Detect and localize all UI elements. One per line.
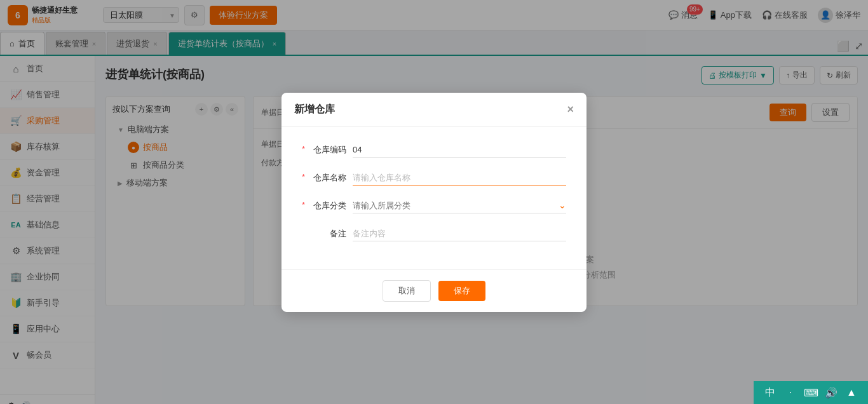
category-dropdown-icon[interactable]: ⌄	[559, 200, 566, 210]
form-row-category: 仓库分类 ⌄	[302, 198, 566, 213]
bottom-bar: 中 · ⌨ 🔊 ▲	[754, 381, 868, 404]
form-label-name: 仓库名称	[302, 172, 353, 184]
modal-overlay: 新增仓库 × 仓库编码 仓库名称 仓库分类 ⌄	[0, 0, 868, 404]
warehouse-note-input[interactable]	[353, 226, 566, 241]
modal-footer: 取消 保存	[281, 269, 587, 312]
add-warehouse-modal: 新增仓库 × 仓库编码 仓库名称 仓库分类 ⌄	[281, 93, 587, 312]
modal-header: 新增仓库 ×	[281, 93, 587, 127]
modal-close-button[interactable]: ×	[567, 104, 574, 115]
bottom-icon-speaker[interactable]: 🔊	[822, 384, 840, 401]
bottom-icon-zh[interactable]: 中	[761, 384, 779, 401]
warehouse-code-input[interactable]	[353, 142, 566, 158]
form-row-code: 仓库编码	[302, 142, 566, 158]
form-label-note: 备注	[302, 228, 353, 239]
bottom-icon-up[interactable]: ▲	[843, 384, 860, 401]
bottom-icon-keyboard[interactable]: ⌨	[802, 384, 820, 401]
form-row-name: 仓库名称	[302, 170, 566, 185]
form-label-code: 仓库编码	[302, 144, 353, 156]
form-label-category: 仓库分类	[302, 200, 353, 212]
form-row-note: 备注	[302, 226, 566, 241]
modal-body: 仓库编码 仓库名称 仓库分类 ⌄ 备注	[281, 127, 587, 269]
save-button[interactable]: 保存	[438, 281, 485, 301]
cancel-button[interactable]: 取消	[383, 280, 431, 302]
modal-title: 新增仓库	[294, 103, 335, 116]
warehouse-category-input[interactable]	[353, 198, 559, 213]
category-select-row: ⌄	[353, 198, 566, 213]
warehouse-name-input[interactable]	[353, 170, 566, 185]
bottom-icon-dot[interactable]: ·	[782, 384, 799, 401]
